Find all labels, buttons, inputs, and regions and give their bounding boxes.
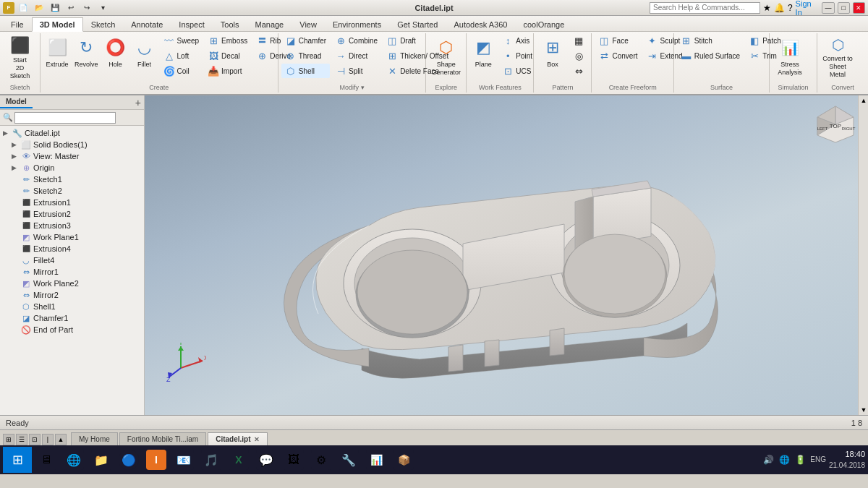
tab-tools[interactable]: Tools (213, 17, 247, 31)
viewport[interactable]: TOP LEFT RIGHT (145, 95, 868, 415)
sign-in-btn[interactable]: Sign In (796, 0, 820, 17)
tree-mirror1[interactable]: ▶ ⇔ Mirror1 (1, 266, 142, 278)
minimize-btn[interactable]: — (822, 2, 834, 14)
task-tools[interactable]: 🔧 (336, 447, 362, 473)
tab-inspect[interactable]: Inspect (171, 17, 212, 31)
tree-extrusion4[interactable]: ▶ ⬛ Extrusion4 (1, 243, 142, 254)
chamfer-btn[interactable]: ◪ Chamfer (281, 33, 330, 48)
task-inventor[interactable]: I (143, 447, 169, 473)
sidebar-search-input[interactable] (14, 112, 116, 124)
redo-btn[interactable]: ↪ (80, 1, 94, 14)
tree-extrusion3[interactable]: ▶ ⬛ Extrusion3 (1, 220, 142, 231)
viewport-scrollbar[interactable]: ▲ ▼ (858, 95, 868, 415)
tree-origin[interactable]: ▶ ⊕ Origin (1, 162, 142, 174)
more-qa-btn[interactable]: ▾ (95, 1, 110, 14)
task-dropbox[interactable]: 📦 (391, 447, 417, 473)
task-filemanager[interactable]: 🖥 (33, 447, 59, 473)
stress-analysis-btn[interactable]: 📊 StressAnalysis (773, 33, 807, 81)
taskbar-clock[interactable]: 18:40 21.04.2018 (829, 449, 865, 470)
notification-icon[interactable]: 🔔 (774, 3, 785, 13)
sweep-btn[interactable]: 〰 Sweep (160, 33, 203, 48)
hole-btn[interactable]: ⭕ Hole (102, 33, 129, 81)
save-btn[interactable]: 💾 (48, 1, 62, 14)
tab-my-home[interactable]: My Home (71, 432, 118, 445)
tab-view[interactable]: View (292, 17, 325, 31)
split-btn[interactable]: ⊣ Split (331, 64, 381, 78)
tree-solid-bodies[interactable]: ▶ ⬜ Solid Bodies(1) (1, 139, 142, 150)
start-button[interactable]: ⊞ (3, 447, 32, 473)
ucs-btn[interactable]: ⊡ UCS (498, 64, 536, 78)
extrude-btn[interactable]: ⬜ Extrude (43, 33, 71, 81)
tree-view-master[interactable]: ▶ 👁 View: Master (1, 150, 142, 162)
emboss-btn[interactable]: ⊞ Emboss (204, 33, 251, 48)
tab-icon-up[interactable]: ▲ (55, 434, 67, 445)
tree-work-plane1[interactable]: ▶ ◩ Work Plane1 (1, 231, 142, 243)
tree-citadel-ipt[interactable]: ▶ 🔧 Citadel.ipt (1, 127, 142, 139)
tree-extrusion1[interactable]: ▶ ⬛ Extrusion1 (1, 197, 142, 208)
tab-file[interactable]: File (3, 17, 32, 31)
task-settings[interactable]: ⚙ (308, 447, 334, 473)
tab-icon-grid[interactable]: ⊡ (29, 434, 41, 445)
tree-extrusion2[interactable]: ▶ ⬛ Extrusion2 (1, 208, 142, 220)
stitch-btn[interactable]: ⊞ Stitch (677, 33, 744, 48)
plane-btn[interactable]: ◩ Plane (469, 33, 497, 81)
tree-shell1[interactable]: ▶ ⬡ Shell1 (1, 301, 142, 312)
thread-btn[interactable]: ⊗ Thread (281, 48, 330, 63)
axis-btn[interactable]: ↕ Axis (498, 33, 536, 48)
tree-mirror2[interactable]: ▶ ⇔ Mirror2 (1, 289, 142, 301)
direct-btn[interactable]: → Direct (331, 48, 381, 63)
tab-sketch[interactable]: Sketch (83, 17, 124, 31)
tab-icon-home[interactable]: ⊞ (3, 434, 14, 445)
shell-btn[interactable]: ⬡ Shell (281, 64, 330, 78)
maximize-btn[interactable]: □ (838, 2, 850, 14)
circ-pattern-btn[interactable]: ◎ (569, 48, 588, 63)
task-explorer[interactable]: 📁 (88, 447, 114, 473)
convert-btn[interactable]: ⇄ Convert (595, 48, 641, 63)
tab-manage[interactable]: Manage (247, 17, 292, 31)
task-email[interactable]: 📧 (171, 447, 197, 473)
revolve-btn[interactable]: ↻ Revolve (72, 33, 101, 81)
tab-environments[interactable]: Environments (325, 17, 389, 31)
combine-btn[interactable]: ⊕ Combine (331, 33, 381, 48)
tab-close-citadel[interactable]: ✕ (254, 436, 260, 443)
tree-work-plane2[interactable]: ▶ ◩ Work Plane2 (1, 278, 142, 289)
point-btn[interactable]: • Point (498, 48, 536, 63)
tab-citadel-ipt[interactable]: Citadel.ipt ✕ (208, 432, 267, 445)
model-tab[interactable]: Model (0, 96, 33, 108)
new-btn[interactable]: 📄 (16, 1, 30, 14)
import-btn[interactable]: 📥 Import (204, 64, 251, 78)
scroll-down-btn[interactable]: ▼ (859, 405, 868, 415)
loft-btn[interactable]: △ Loft (160, 48, 203, 63)
shape-gen-btn[interactable]: ⬡ ShapeGenerator (429, 33, 463, 81)
tab-fortino-mobile[interactable]: Fortino Mobile Ti...iam (119, 432, 206, 445)
tab-coolorange[interactable]: coolOrange (515, 17, 572, 31)
task-excel[interactable]: X (226, 447, 252, 473)
tab-annotate[interactable]: Annotate (123, 17, 171, 31)
task-more[interactable]: 📊 (363, 447, 389, 473)
task-photos[interactable]: 🖼 (281, 447, 307, 473)
help-search[interactable] (650, 2, 760, 14)
volume-icon[interactable]: 🔊 (761, 453, 775, 467)
tree-chamfer1[interactable]: ▶ ◪ Chamfer1 (1, 312, 142, 324)
scroll-up-btn[interactable]: ▲ (859, 95, 868, 106)
tree-sketch1[interactable]: ▶ ✏ Sketch1 (1, 174, 142, 185)
tab-icon-cols[interactable]: | (42, 434, 54, 445)
mirror-btn[interactable]: ⇔ (569, 64, 588, 78)
convert-sheet-metal-btn[interactable]: ⬡ Convert toSheet Metal (820, 33, 855, 81)
battery-icon[interactable]: 🔋 (793, 453, 807, 467)
tree-end-of-part[interactable]: ▶ 🚫 End of Part (1, 324, 142, 335)
tab-get-started[interactable]: Get Started (389, 17, 446, 31)
close-btn[interactable]: ✕ (853, 2, 865, 14)
start-2d-sketch-btn[interactable]: ⬛ Start2D Sketch (3, 33, 37, 81)
sidebar-add-btn[interactable]: + (135, 97, 141, 108)
box-pattern-btn[interactable]: ⊞ Box (537, 33, 568, 81)
face-btn[interactable]: ◫ Face (595, 33, 641, 48)
tab-icon-list[interactable]: ☰ (16, 434, 27, 445)
task-chrome[interactable]: 🔵 (116, 447, 142, 473)
ruled-surface-btn[interactable]: ▬ Ruled Surface (677, 48, 744, 63)
rect-pattern-btn[interactable]: ▦ (569, 33, 588, 48)
nav-cube[interactable]: TOP LEFT RIGHT (814, 103, 857, 146)
tab-3d-model[interactable]: 3D Model (32, 17, 83, 32)
bookmark-icon[interactable]: ★ (763, 3, 771, 13)
help-icon[interactable]: ? (788, 3, 793, 13)
